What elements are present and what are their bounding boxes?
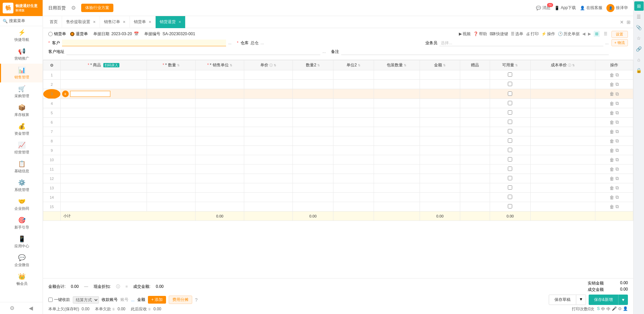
unit2-cell[interactable]	[333, 146, 374, 155]
online-service-btn[interactable]: 👤 在线客服	[580, 5, 602, 11]
gift-cell[interactable]	[460, 70, 490, 80]
delete-row-btn[interactable]: 🗑	[609, 72, 614, 78]
package-cell[interactable]	[374, 80, 420, 89]
unit2-sort[interactable]: ⇅	[358, 64, 361, 67]
add-btn[interactable]: + 添加	[148, 296, 166, 304]
radio-sale[interactable]: 销货单	[48, 31, 66, 37]
price-cell[interactable]	[244, 165, 293, 174]
cost-cell[interactable]	[530, 80, 595, 89]
pkg-sort[interactable]: ⇅	[404, 64, 407, 67]
package-cell[interactable]	[374, 155, 420, 165]
copy-row-btn[interactable]: ⧉	[615, 147, 619, 153]
unit2-cell[interactable]	[333, 108, 374, 118]
expense-help-icon[interactable]: ?	[195, 297, 198, 303]
save-new-dropdown[interactable]: ▼	[618, 295, 628, 305]
radio-return[interactable]: 退货单	[70, 31, 88, 37]
copy-row-btn[interactable]: ⧉	[615, 119, 619, 125]
delete-row-btn[interactable]: 🗑	[609, 110, 614, 116]
price-info-icon[interactable]: ⓘ	[269, 63, 273, 67]
calendar-icon[interactable]: 📅	[134, 32, 139, 36]
price-cell[interactable]	[244, 70, 293, 80]
amount-sort[interactable]: ⇅	[443, 64, 446, 67]
qty2-cell[interactable]	[293, 155, 333, 165]
amount-cell[interactable]	[420, 146, 460, 155]
cost-cell[interactable]	[530, 136, 595, 146]
cost-cell[interactable]	[530, 202, 595, 211]
gift-cell[interactable]	[460, 165, 490, 174]
delete-row-btn[interactable]: 🗑	[609, 120, 614, 125]
amount-cell[interactable]	[420, 136, 460, 146]
agent-picker-btn[interactable]: ...	[605, 41, 609, 45]
product-cell[interactable]	[60, 118, 147, 127]
unit2-cell[interactable]	[333, 193, 374, 202]
gift-cell[interactable]	[460, 127, 490, 136]
sidebar-item-purchase[interactable]: 🛒 采购管理	[0, 82, 43, 101]
sidebar-item-basic[interactable]: 📋 基础信息	[0, 158, 43, 176]
qty2-cell[interactable]	[293, 89, 333, 99]
amount-cell[interactable]	[420, 174, 460, 183]
gift-checkbox[interactable]	[508, 101, 512, 105]
tab-returns[interactable]: 销货退货 ✕	[156, 16, 185, 28]
gift-checkbox[interactable]	[508, 129, 512, 133]
package-cell[interactable]	[374, 70, 420, 80]
product-cell[interactable]	[60, 146, 147, 155]
unit-cell[interactable]	[196, 99, 244, 108]
tab-sales-order-close[interactable]: ✕	[123, 20, 125, 24]
qty2-cell[interactable]	[293, 118, 333, 127]
note-input[interactable]	[341, 48, 608, 55]
amount-cell[interactable]	[420, 108, 460, 118]
help-btn[interactable]: ❓ 帮助	[473, 31, 487, 37]
amount-cell[interactable]	[420, 99, 460, 108]
right-panel-link-btn[interactable]: 🔗	[634, 44, 644, 54]
tabs-menu-btn[interactable]: ⊞	[627, 19, 631, 25]
save-new-btn[interactable]: 保存&新增	[589, 295, 618, 305]
product-cell[interactable]	[60, 193, 147, 202]
qty2-cell[interactable]	[293, 174, 333, 183]
tab-sales[interactable]: 销货单 ✕	[130, 16, 156, 28]
delete-row-btn[interactable]: 🗑	[609, 185, 614, 191]
product-cell[interactable]: +	[60, 89, 147, 99]
copy-row-btn[interactable]: ⧉	[615, 157, 619, 163]
package-cell[interactable]	[374, 136, 420, 146]
delete-row-btn[interactable]: 🗑	[609, 82, 614, 87]
quantity-cell[interactable]	[147, 165, 196, 174]
qty2-cell[interactable]	[293, 193, 333, 202]
unit-cell[interactable]	[196, 202, 244, 211]
qty2-cell[interactable]	[293, 146, 333, 155]
package-cell[interactable]	[374, 146, 420, 155]
delete-row-btn[interactable]: 🗑	[609, 157, 614, 163]
unit-cell[interactable]	[196, 155, 244, 165]
unit2-cell[interactable]	[333, 183, 374, 193]
product-cell[interactable]	[60, 80, 147, 89]
add-row-btn[interactable]: +	[62, 90, 69, 97]
copy-row-btn[interactable]: ⧉	[615, 176, 619, 181]
tab-home[interactable]: 首页	[46, 16, 62, 28]
price-cell[interactable]	[244, 155, 293, 165]
package-cell[interactable]	[374, 89, 420, 99]
settings-gear-btn[interactable]: ⚙	[71, 5, 76, 11]
product-cell[interactable]	[60, 127, 147, 136]
amount-cell[interactable]	[420, 70, 460, 80]
quantity-cell[interactable]	[147, 155, 196, 165]
list-view-btn[interactable]: ☰	[602, 31, 609, 37]
sidebar-item-apps[interactable]: 📱 应用中心	[0, 233, 43, 251]
tab-sales-order[interactable]: 销售订单 ✕	[100, 16, 130, 28]
sidebar-item-enterprise[interactable]: 🤝 企业协同	[0, 195, 43, 214]
product-cell[interactable]	[60, 155, 147, 165]
delete-row-btn[interactable]: 🗑	[609, 138, 614, 144]
qty2-cell[interactable]	[293, 70, 333, 80]
product-cell[interactable]	[60, 108, 147, 118]
customer-input[interactable]	[62, 40, 226, 46]
price-cell[interactable]	[244, 80, 293, 89]
quantity-cell[interactable]	[147, 80, 196, 89]
copy-row-btn[interactable]: ⧉	[615, 129, 619, 134]
delete-row-btn[interactable]: 🗑	[609, 148, 614, 153]
cost-cell[interactable]	[530, 118, 595, 127]
right-panel-form-btn[interactable]: ⊞	[634, 1, 644, 11]
quantity-cell[interactable]	[147, 89, 196, 99]
sidebar-item-inventory[interactable]: 📦 库存核算	[0, 101, 43, 120]
sidebar-item-business[interactable]: 📈 经营管理	[0, 139, 43, 158]
unit-cell[interactable]	[196, 146, 244, 155]
qty2-cell[interactable]	[293, 80, 333, 89]
delete-row-btn[interactable]: 🗑	[609, 167, 614, 172]
